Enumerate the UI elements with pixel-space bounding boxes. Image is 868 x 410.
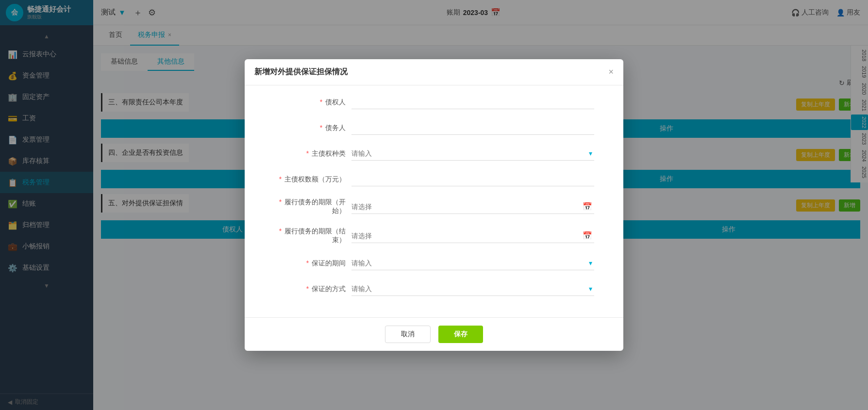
modal-overlay: 新增对外提供保证担保情况 × * 债权人 * 债务人 [0, 0, 868, 410]
cancel-button[interactable]: 取消 [385, 326, 431, 343]
period-start-input[interactable] [351, 200, 594, 213]
period-end-date-wrapper[interactable]: 📅 [351, 229, 594, 243]
modal-header: 新增对外提供保证担保情况 × [245, 59, 623, 85]
form-label-debt-amount: * 主债权数额（万元） [274, 175, 351, 184]
modal-footer: 取消 保存 [245, 317, 623, 351]
modal-body: * 债权人 * 债务人 * 主债权种类 [245, 85, 623, 317]
period-end-calendar-icon[interactable]: 📅 [583, 231, 592, 240]
period-end-input[interactable] [351, 229, 594, 243]
form-row-period-start: * 履行债务的期限（开始） 📅 [274, 198, 594, 215]
form-label-period-start: * 履行债务的期限（开始） [274, 198, 351, 215]
modal-title: 新增对外提供保证担保情况 [254, 67, 348, 77]
save-button[interactable]: 保存 [438, 326, 483, 343]
form-row-guarantee-period: * 保证的期间 ▾ [274, 256, 594, 270]
guarantee-period-dropdown-icon[interactable]: ▾ [589, 259, 592, 267]
guarantee-method-dropdown-icon[interactable]: ▾ [589, 285, 592, 293]
modal-dialog: 新增对外提供保证担保情况 × * 债权人 * 债务人 [245, 59, 623, 351]
debtor-input[interactable] [351, 121, 594, 135]
form-row-creditor: * 债权人 [274, 95, 594, 109]
creditor-input[interactable] [351, 95, 594, 109]
form-row-debt-amount: * 主债权数额（万元） [274, 172, 594, 186]
guarantee-period-select-wrapper[interactable]: ▾ [351, 256, 594, 270]
form-label-period-end: * 履行债务的期限（结束） [274, 227, 351, 245]
form-label-debt-type: * 主债权种类 [274, 149, 351, 158]
form-label-creditor: * 债权人 [274, 98, 351, 107]
guarantee-method-select-wrapper[interactable]: ▾ [351, 282, 594, 296]
modal-close-button[interactable]: × [608, 67, 614, 77]
guarantee-method-input[interactable] [351, 282, 594, 295]
debt-type-input[interactable] [351, 147, 594, 160]
form-row-guarantee-method: * 保证的方式 ▾ [274, 282, 594, 296]
form-row-period-end: * 履行债务的期限（结束） 📅 [274, 227, 594, 245]
form-row-debt-type: * 主债权种类 ▾ [274, 147, 594, 161]
form-label-guarantee-method: * 保证的方式 [274, 285, 351, 294]
period-start-calendar-icon[interactable]: 📅 [583, 202, 592, 211]
guarantee-period-input[interactable] [351, 256, 594, 270]
debt-type-select-wrapper[interactable]: ▾ [351, 147, 594, 161]
form-label-debtor: * 债务人 [274, 124, 351, 132]
period-start-date-wrapper[interactable]: 📅 [351, 200, 594, 214]
debt-type-dropdown-icon[interactable]: ▾ [589, 149, 592, 157]
form-row-debtor: * 债务人 [274, 121, 594, 135]
debt-amount-input[interactable] [351, 172, 594, 186]
form-label-guarantee-period: * 保证的期间 [274, 259, 351, 268]
